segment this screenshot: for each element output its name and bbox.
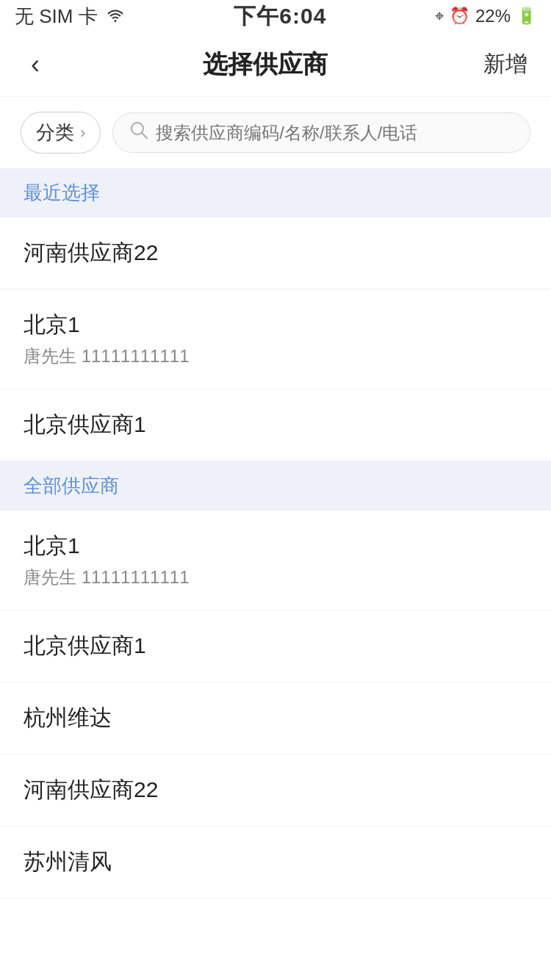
status-time: 下午6:04 [234,1,326,32]
recent-section-header: 最近选择 [0,168,551,217]
location-icon: ⌖ [435,7,444,26]
list-item[interactable]: 河南供应商22 [0,217,551,289]
list-item[interactable]: 杭州维达 [0,682,551,754]
chevron-right-icon: › [80,123,85,143]
category-label: 分类 [36,120,74,145]
item-name: 杭州维达 [24,703,527,733]
item-name: 北京1 [24,531,527,561]
category-button[interactable]: 分类 › [21,112,101,154]
page-title: 选择供应商 [203,48,328,82]
item-sub: 唐先生 11111111111 [24,345,527,368]
item-name: 北京供应商1 [24,631,527,661]
list-item[interactable]: 苏州清风 [0,826,551,898]
add-button[interactable]: 新增 [483,49,527,79]
item-name: 河南供应商22 [24,775,527,805]
status-bar: 无 SIM 卡 下午6:04 ⌖ ⏰ 22% 🔋 [0,0,551,32]
battery-icon: 🔋 [516,7,536,26]
list-item[interactable]: 北京供应商1 [0,610,551,682]
search-input[interactable] [156,123,514,143]
back-icon: ‹ [31,49,40,79]
sim-status: 无 SIM 卡 [15,4,98,29]
list-item[interactable]: 北京供应商1 [0,389,551,461]
filter-bar: 分类 › [0,97,551,168]
search-box[interactable] [112,112,530,153]
wifi-icon [105,5,126,28]
search-icon [129,120,148,145]
nav-bar: ‹ 选择供应商 新增 [0,32,551,97]
item-sub: 唐先生 11111111111 [24,566,527,589]
status-left: 无 SIM 卡 [15,4,126,29]
list-item[interactable]: 北京1 唐先生 11111111111 [0,511,551,610]
all-list: 北京1 唐先生 11111111111 北京供应商1 杭州维达 河南供应商22 … [0,511,551,898]
alarm-icon: ⏰ [450,7,469,26]
list-item[interactable]: 河南供应商22 [0,754,551,826]
item-name: 北京1 [24,310,527,340]
status-right: ⌖ ⏰ 22% 🔋 [435,6,536,26]
back-button[interactable]: ‹ [24,42,47,87]
list-item[interactable]: 北京1 唐先生 11111111111 [0,289,551,389]
item-name: 河南供应商22 [24,238,527,268]
battery-percent: 22% [475,6,511,26]
item-name: 北京供应商1 [24,410,527,440]
all-section-header: 全部供应商 [0,461,551,511]
svg-line-1 [142,133,147,138]
recent-list: 河南供应商22 北京1 唐先生 11111111111 北京供应商1 [0,217,551,461]
item-name: 苏州清风 [24,847,527,877]
